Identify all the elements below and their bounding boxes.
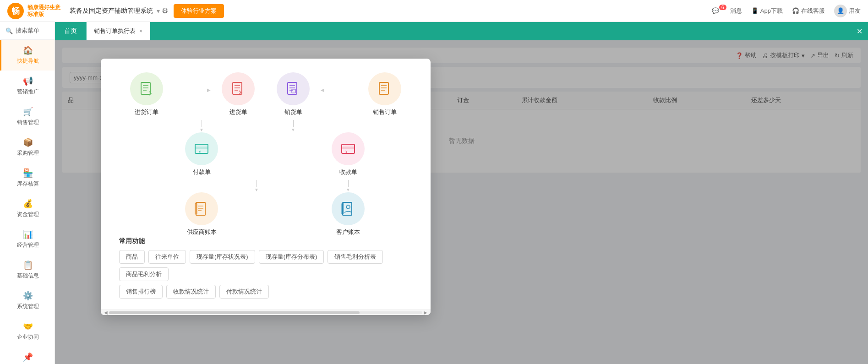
sidebar: 🔍 搜索菜单 🏠 快捷导航 📢 营销推广 🛒 销售管理 📦 采购管理 🏪 库存核… [0, 22, 55, 364]
flow-node-payment[interactable]: ¥ 付款单 [174, 132, 229, 176]
modal-scrollbar[interactable]: ◀ ▶ [101, 310, 431, 315]
top-header: 畅 畅康通好生意 标准版 装备及固定资产辅助管理系统 ▾ ⚙ 体验行业方案 💬 … [0, 0, 868, 22]
sidebar-label-purchase: 采购管理 [17, 149, 39, 157]
user-menu-button[interactable]: 👤 用友 [834, 5, 861, 17]
svg-rect-12 [292, 89, 295, 93]
supplier-ledger-icon [185, 192, 218, 225]
flow-node-receipt[interactable]: ¥ 收款单 [321, 132, 376, 176]
customer-ledger-icon [332, 192, 365, 225]
sidebar-label-quick-nav: 快捷导航 [17, 57, 39, 65]
dropdown-icon[interactable]: ▾ [157, 7, 160, 15]
flow-node-supplier-ledger[interactable]: 供应商账本 [174, 192, 229, 236]
purchase-order-icon [130, 72, 163, 105]
svg-point-30 [346, 205, 350, 209]
func-btn-product[interactable]: 商品 [119, 250, 145, 264]
sidebar-item-finance[interactable]: 💰 资金管理 [0, 193, 55, 224]
svg-rect-0 [141, 82, 150, 94]
flow-node-sales-order[interactable]: 销售订单 [357, 72, 412, 116]
scroll-left-arrow[interactable]: ◀ [103, 310, 109, 315]
sidebar-label-system: 系统管理 [17, 303, 39, 310]
payment-icon: ¥ [185, 132, 218, 165]
func-btn-stock-dist[interactable]: 现存量(库存分布表) [259, 250, 324, 264]
message-icon: 💬 [712, 7, 719, 14]
chart-icon: 📊 [23, 229, 33, 239]
money-icon: 💰 [23, 199, 33, 209]
modal-overlay: 进货订单 ▶ [55, 40, 868, 364]
sidebar-item-marketing[interactable]: 📢 营销推广 [0, 71, 55, 101]
pin-icon: 📌 [23, 352, 33, 362]
flow-node-sales-bill[interactable]: 销货单 [266, 72, 321, 116]
svg-rect-21 [342, 147, 355, 149]
clipboard-icon: 📋 [23, 260, 33, 270]
func-btn-sales-rank[interactable]: 销售排行榜 [119, 285, 163, 299]
receipt-label: 收款单 [339, 168, 357, 176]
tab-label-sales-order: 销售订单执行表 [94, 27, 136, 35]
sidebar-item-guide[interactable]: 📌 新手引导 [0, 347, 55, 364]
flow-node-customer-ledger[interactable]: 客户账本 [321, 192, 376, 236]
common-functions-title: 常用功能 [119, 237, 412, 245]
megaphone-icon: 📢 [23, 76, 33, 86]
sales-order-icon [368, 72, 401, 105]
func-btns-row-2: 销售排行榜 收款情况统计 付款情况统计 [119, 285, 412, 299]
sidebar-item-system[interactable]: ⚙️ 系统管理 [0, 285, 55, 316]
flow-node-purchase-bill[interactable]: 进货单 [211, 72, 266, 116]
common-functions-section: 常用功能 商品 往来单位 现存量(库存状况表) 现存量(库存分布表) 销售毛利分… [101, 237, 431, 310]
sidebar-item-operations[interactable]: 📊 经营管理 [0, 224, 55, 255]
trial-button[interactable]: 体验行业方案 [174, 4, 224, 18]
sidebar-label-basic-info: 基础信息 [17, 272, 39, 280]
message-button[interactable]: 💬 6 消息 [712, 7, 742, 15]
sidebar-item-inventory[interactable]: 🏪 库存核算 [0, 163, 55, 193]
box-icon: 📦 [23, 137, 33, 147]
sidebar-label-sales: 销售管理 [17, 119, 39, 126]
flow-node-purchase-order[interactable]: 进货订单 [119, 72, 174, 116]
func-btn-payment-stats[interactable]: 付款情况统计 [219, 285, 269, 299]
func-btn-receipt-stats[interactable]: 收款情况统计 [166, 285, 216, 299]
sidebar-item-enterprise[interactable]: 🤝 企业协同 [0, 316, 55, 347]
system-title-text: 装备及固定资产辅助管理系统 [70, 7, 153, 15]
svg-rect-24 [195, 203, 197, 214]
func-btn-partner[interactable]: 往来单位 [148, 250, 186, 264]
tab-bar-close-button[interactable]: ✕ [857, 27, 863, 36]
header-right: 💬 6 消息 📱 App下载 🎧 在线客服 👤 用友 [712, 5, 861, 17]
phone-icon: 📱 [751, 7, 759, 14]
handshake-icon: 🤝 [23, 321, 33, 331]
content-area: 首页 销售订单执行表 × ✕ ❓ 帮助 🖨 按模板打印 ▾ [55, 22, 868, 364]
svg-rect-29 [342, 203, 344, 214]
sidebar-item-sales[interactable]: 🛒 销售管理 [0, 101, 55, 132]
logo-area: 畅 畅康通好生意 标准版 [7, 3, 62, 19]
func-btn-sales-gross[interactable]: 销售毛利分析表 [328, 250, 383, 264]
tab-sales-order[interactable]: 销售订单执行表 × [87, 22, 150, 40]
scrollbar-track[interactable] [109, 311, 422, 314]
func-btns-row-1: 商品 往来单位 现存量(库存状况表) 现存量(库存分布表) 销售毛利分析表 商品… [119, 250, 412, 281]
message-badge: 6 [719, 5, 726, 10]
func-btn-product-gross[interactable]: 商品毛利分析 [119, 267, 169, 281]
func-btn-stock-status[interactable]: 现存量(库存状况表) [190, 250, 255, 264]
svg-text:¥: ¥ [345, 150, 348, 154]
sidebar-item-quick-nav[interactable]: 🏠 快捷导航 [0, 40, 55, 71]
receipt-icon: ¥ [332, 132, 365, 165]
svg-rect-13 [379, 82, 388, 94]
cart-icon: 🛒 [23, 107, 33, 117]
customer-ledger-label: 客户账本 [336, 228, 360, 236]
svg-rect-23 [196, 202, 205, 215]
tab-home[interactable]: 首页 [55, 22, 87, 40]
tab-bar: 首页 销售订单执行表 × ✕ [55, 22, 868, 40]
svg-text:¥: ¥ [198, 150, 201, 154]
supplier-ledger-label: 供应商账本 [187, 228, 217, 236]
system-title-area: 装备及固定资产辅助管理系统 ▾ [70, 7, 160, 15]
tab-close-button[interactable]: × [139, 28, 142, 34]
app-download-button[interactable]: 📱 App下载 [751, 7, 783, 15]
settings-button[interactable]: ⚙ [160, 5, 170, 17]
sidebar-label-enterprise: 企业协同 [17, 333, 39, 341]
scroll-right-arrow[interactable]: ▶ [422, 310, 429, 315]
home-icon: 🏠 [23, 45, 33, 55]
search-menu-button[interactable]: 🔍 搜索菜单 [0, 22, 55, 40]
search-menu-label: 搜索菜单 [16, 27, 39, 35]
sidebar-item-basic-info[interactable]: 📋 基础信息 [0, 255, 55, 285]
flow-diagram-container: 进货订单 ▶ [101, 59, 431, 237]
sales-bill-icon [277, 72, 310, 105]
sidebar-item-purchase[interactable]: 📦 采购管理 [0, 132, 55, 163]
user-avatar: 👤 [834, 5, 847, 17]
online-service-button[interactable]: 🎧 在线客服 [792, 7, 825, 15]
purchase-order-label: 进货订单 [135, 108, 158, 116]
